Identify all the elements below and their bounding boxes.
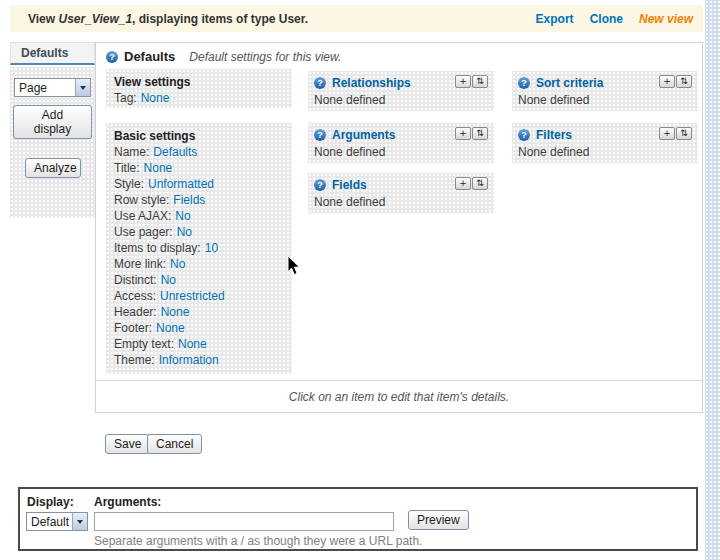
setting-label: Empty text: (114, 337, 174, 351)
add-argument-button[interactable]: + (455, 127, 471, 140)
cancel-button[interactable]: Cancel (147, 434, 202, 454)
empty-text: None defined (314, 145, 488, 159)
help-icon[interactable]: ? (314, 77, 326, 89)
fields-title-link[interactable]: Fields (332, 178, 367, 192)
help-icon[interactable]: ? (314, 179, 326, 191)
fields-box: ? Fields + ⇅ None defined (308, 173, 494, 213)
setting-label: Use AJAX: (114, 209, 171, 223)
panel-description: Default settings for this view. (189, 50, 341, 64)
arguments-label: Arguments: (94, 495, 161, 509)
setting-row: Header:None (114, 304, 284, 320)
view-name: User_View_1 (58, 12, 132, 26)
box-actions: + ⇅ (455, 177, 488, 190)
help-icon[interactable]: ? (518, 77, 530, 89)
preview-display-select[interactable]: Defaults (26, 512, 88, 531)
setting-row: Tag:None (114, 90, 284, 106)
view-title: View User_View_1, displaying items of ty… (28, 12, 308, 26)
empty-text: None defined (314, 195, 488, 209)
setting-row: Use pager:No (114, 224, 284, 240)
setting-value-link[interactable]: Unrestricted (160, 289, 225, 303)
setting-value-link[interactable]: None (178, 337, 207, 351)
basic-settings-box: Basic settings Name:Defaults Title:None … (106, 123, 292, 374)
arguments-help-text: Separate arguments with a / as though th… (94, 534, 422, 548)
setting-row: Row style:Fields (114, 192, 284, 208)
setting-value-link[interactable]: Fields (173, 193, 205, 207)
empty-text: None defined (314, 93, 488, 107)
new-view-link[interactable]: New view (639, 12, 693, 26)
add-filter-button[interactable]: + (659, 127, 675, 140)
setting-row: Footer:None (114, 320, 284, 336)
analyze-button[interactable]: Analyze (25, 158, 81, 178)
view-title-prefix: View (28, 12, 58, 26)
setting-value-link[interactable]: Information (159, 353, 219, 367)
setting-row: Style:Unformatted (114, 176, 284, 192)
sort-criteria-box: ? Sort criteria + ⇅ None defined (512, 71, 698, 111)
display-label: Display: (27, 495, 74, 509)
setting-row: Theme:Information (114, 352, 284, 368)
view-header-bar: View User_View_1, displaying items of ty… (10, 5, 703, 32)
display-type-select-value: Page (19, 81, 72, 95)
views-ui-page: View User_View_1, displaying items of ty… (0, 0, 720, 560)
rearrange-relationships-button[interactable]: ⇅ (472, 75, 488, 88)
setting-value-link[interactable]: No (175, 209, 190, 223)
page-background-strip (705, 0, 720, 560)
display-type-select[interactable]: Page (14, 78, 91, 97)
help-icon[interactable]: ? (314, 129, 326, 141)
panel-footer-note: Click on an item to edit that item's det… (96, 380, 702, 412)
setting-value-link[interactable]: None (161, 305, 190, 319)
arguments-title-link[interactable]: Arguments (332, 128, 395, 142)
setting-row: Name:Defaults (114, 144, 284, 160)
sort-criteria-title-link[interactable]: Sort criteria (536, 76, 603, 90)
view-settings-title: View settings (114, 74, 284, 90)
dropdown-arrow-icon (75, 79, 90, 96)
export-link[interactable]: Export (536, 12, 574, 26)
help-icon[interactable]: ? (518, 129, 530, 141)
display-settings-panel: ? Defaults Default settings for this vie… (95, 42, 703, 413)
setting-value-link[interactable]: Unformatted (148, 177, 214, 191)
box-header: ? Arguments + ⇅ (314, 127, 488, 143)
setting-label: More link: (114, 257, 166, 271)
rearrange-fields-button[interactable]: ⇅ (472, 177, 488, 190)
save-button[interactable]: Save (105, 434, 150, 454)
display-controls-sidebar: Page Add display Analyze (10, 67, 95, 218)
tab-defaults[interactable]: Defaults (10, 42, 95, 65)
filters-title-link[interactable]: Filters (536, 128, 572, 142)
setting-label: Footer: (114, 321, 152, 335)
setting-value-link[interactable]: No (177, 225, 192, 239)
setting-row: Use AJAX:No (114, 208, 284, 224)
filters-box: ? Filters + ⇅ None defined (512, 123, 698, 163)
setting-value-link[interactable]: None (144, 161, 173, 175)
rearrange-sorts-button[interactable]: ⇅ (676, 75, 692, 88)
setting-value-link[interactable]: Defaults (153, 145, 197, 159)
add-display-button[interactable]: Add display (13, 105, 92, 139)
setting-row: Distinct:No (114, 272, 284, 288)
setting-value-link[interactable]: None (156, 321, 185, 335)
empty-text: None defined (518, 93, 692, 107)
help-icon[interactable]: ? (106, 51, 118, 63)
setting-label: Title: (114, 161, 140, 175)
arguments-box: ? Arguments + ⇅ None defined (308, 123, 494, 163)
add-relationship-button[interactable]: + (455, 75, 471, 88)
setting-row: Access:Unrestricted (114, 288, 284, 304)
rearrange-filters-button[interactable]: ⇅ (676, 127, 692, 140)
box-actions: + ⇅ (455, 127, 488, 140)
box-header: ? Relationships + ⇅ (314, 75, 488, 91)
add-field-button[interactable]: + (455, 177, 471, 190)
rearrange-arguments-button[interactable]: ⇅ (472, 127, 488, 140)
setting-value-link[interactable]: No (161, 273, 176, 287)
setting-value-link[interactable]: None (141, 91, 170, 105)
preview-button[interactable]: Preview (408, 510, 469, 530)
arguments-input[interactable] (94, 512, 394, 531)
panel-title: Defaults (124, 49, 175, 64)
setting-value-link[interactable]: No (170, 257, 185, 271)
setting-label: Row style: (114, 193, 169, 207)
setting-label: Distinct: (114, 273, 157, 287)
add-sort-button[interactable]: + (659, 75, 675, 88)
panel-header: ? Defaults Default settings for this vie… (106, 49, 341, 64)
clone-link[interactable]: Clone (590, 12, 623, 26)
relationships-box: ? Relationships + ⇅ None defined (308, 71, 494, 111)
setting-row: Title:None (114, 160, 284, 176)
relationships-title-link[interactable]: Relationships (332, 76, 411, 90)
setting-value-link[interactable]: 10 (205, 241, 218, 255)
preview-display-select-value: Defaults (31, 515, 69, 529)
